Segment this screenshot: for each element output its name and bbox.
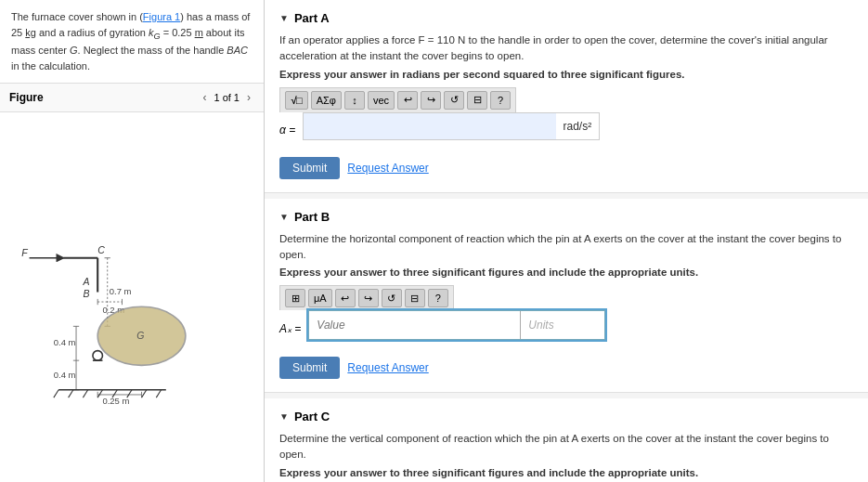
svg-point-17 xyxy=(93,351,103,361)
greek-btn[interactable]: ΑΣφ xyxy=(311,91,342,110)
part-a-toolbar: √□ ΑΣφ ↕ vec ↩ ↪ ↺ ⊟ ? xyxy=(279,87,516,112)
prev-figure-button[interactable]: ‹ xyxy=(199,89,210,106)
svg-line-31 xyxy=(54,390,58,397)
part-b-units: Units xyxy=(521,311,604,339)
part-a-request-answer[interactable]: Request Answer xyxy=(347,162,428,175)
part-c-arrow: ▼ xyxy=(279,411,289,422)
part-a-arrow: ▼ xyxy=(279,13,289,23)
part-a-input[interactable] xyxy=(304,113,555,139)
figure-header: Figure ‹ 1 of 1 › xyxy=(0,84,264,112)
part-b-toolbar: ⊞ μΑ ↩ ↪ ↺ ⊟ ? xyxy=(279,285,454,310)
svg-line-38 xyxy=(156,390,161,397)
part-b-submit[interactable]: Submit xyxy=(279,357,340,379)
reset-btn-b[interactable]: ↺ xyxy=(382,289,402,307)
figure-title: Figure xyxy=(9,91,44,104)
svg-text:G: G xyxy=(136,330,144,341)
svg-text:0.4 m: 0.4 m xyxy=(54,338,76,348)
part-b-instruction: Express your answer to three significant… xyxy=(279,267,853,278)
part-b-question: Determine the horizontal component of re… xyxy=(279,231,853,264)
mu-btn-b[interactable]: μΑ xyxy=(308,289,332,307)
reset-btn[interactable]: ↺ xyxy=(444,91,464,110)
right-panel: ▼ Part A If an operator applies a force … xyxy=(265,0,868,482)
sqrt-btn[interactable]: √□ xyxy=(285,91,308,110)
alpha-label: α = xyxy=(279,124,295,137)
problem-description: The furnace cover shown in (Figura 1) ha… xyxy=(0,0,264,84)
part-b-label: Part B xyxy=(294,210,330,224)
part-c-section: ▼ Part C Determine the vertical componen… xyxy=(265,398,868,482)
svg-line-37 xyxy=(142,390,147,397)
part-b-request-answer[interactable]: Request Answer xyxy=(347,361,428,374)
arrow-updown-btn[interactable]: ↕ xyxy=(344,91,365,110)
part-a-question: If an operator applies a force F = 110 N… xyxy=(279,33,853,65)
svg-line-36 xyxy=(127,390,132,397)
left-panel: The furnace cover shown in (Figura 1) ha… xyxy=(0,0,265,482)
redo-btn-b[interactable]: ↪ xyxy=(358,289,379,307)
part-a-label: Part A xyxy=(294,11,330,25)
part-a-actions: Submit Request Answer xyxy=(279,157,853,179)
part-b-value-input[interactable] xyxy=(309,311,521,339)
svg-line-32 xyxy=(69,390,73,397)
next-figure-button[interactable]: › xyxy=(243,89,254,106)
help-btn-a[interactable]: ? xyxy=(490,91,511,110)
part-a-submit[interactable]: Submit xyxy=(279,157,340,179)
figure-page: 1 of 1 xyxy=(214,92,240,103)
svg-text:B: B xyxy=(83,288,89,299)
ax-label: Aₓ = xyxy=(279,322,301,335)
part-b-arrow: ▼ xyxy=(279,212,289,222)
part-c-label: Part C xyxy=(294,410,330,423)
part-c-question: Determine the vertical component of reac… xyxy=(279,431,853,463)
redo-btn[interactable]: ↪ xyxy=(421,91,441,110)
part-a-section: ▼ Part A If an operator applies a force … xyxy=(265,0,868,193)
part-b-answer-box: Units xyxy=(308,310,605,340)
figure-diagram: F C A B 0.7 m 0.2 m xyxy=(0,112,264,482)
part-a-unit: rad/s² xyxy=(556,115,600,137)
svg-text:0.4 m: 0.4 m xyxy=(54,371,76,381)
svg-line-33 xyxy=(83,390,87,397)
part-a-instruction: Express your answer in radians per secon… xyxy=(279,69,853,80)
figure-nav: ‹ 1 of 1 › xyxy=(199,89,254,106)
keyboard-btn[interactable]: ⊟ xyxy=(467,91,487,110)
undo-btn[interactable]: ↩ xyxy=(397,91,418,110)
undo-btn-b[interactable]: ↩ xyxy=(335,289,356,307)
svg-text:0.25 m: 0.25 m xyxy=(102,397,129,407)
grid-btn-b[interactable]: ⊞ xyxy=(285,289,305,307)
help-btn-b[interactable]: ? xyxy=(428,289,448,307)
figure-canvas: F C A B 0.7 m 0.2 m xyxy=(0,112,264,482)
svg-text:0.7 m: 0.7 m xyxy=(110,286,132,296)
svg-text:A: A xyxy=(82,277,89,288)
figura-link[interactable]: Figura 1 xyxy=(143,11,180,22)
svg-text:F: F xyxy=(21,247,28,258)
part-b-header[interactable]: ▼ Part B xyxy=(279,210,853,224)
svg-text:C: C xyxy=(97,245,105,256)
figure-section: Figure ‹ 1 of 1 › F xyxy=(0,84,264,482)
part-b-section: ▼ Part B Determine the horizontal compon… xyxy=(265,199,868,394)
part-c-header[interactable]: ▼ Part C xyxy=(279,410,853,423)
vec-btn[interactable]: vec xyxy=(368,91,395,110)
part-b-actions: Submit Request Answer xyxy=(279,357,853,379)
part-a-header[interactable]: ▼ Part A xyxy=(279,11,853,25)
keyboard-btn-b[interactable]: ⊟ xyxy=(405,289,425,307)
part-a-answer-box: rad/s² xyxy=(303,112,600,140)
part-c-instruction: Express your answer to three significant… xyxy=(279,467,853,478)
